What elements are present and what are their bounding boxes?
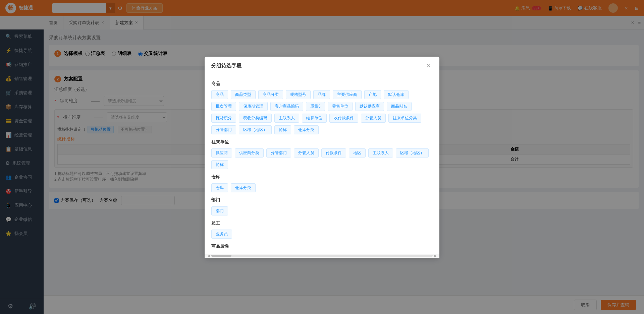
field-grid-3: 部门 xyxy=(211,206,433,215)
modal-header: 分组待选字段 ✕ xyxy=(205,57,439,74)
field-tag-0-25[interactable]: 仓库分类 xyxy=(294,125,319,134)
field-tag-0-6[interactable]: 产地 xyxy=(364,90,381,99)
modal-section-title-0: 商品 xyxy=(211,81,433,87)
modal-section-title-1: 往来单位 xyxy=(211,139,433,145)
field-tag-0-17[interactable]: 主联系人 xyxy=(274,114,299,123)
field-tag-0-0[interactable]: 商品 xyxy=(211,90,228,99)
field-tag-1-0[interactable]: 供应商 xyxy=(211,148,232,158)
field-tag-0-13[interactable]: 默认供应商 xyxy=(355,102,384,111)
hscroll-right-arrow[interactable]: ▶ xyxy=(433,254,438,258)
modal-title: 分组待选字段 xyxy=(211,63,241,69)
field-tag-0-20[interactable]: 分管人员 xyxy=(361,114,386,123)
modal-section-title-5: 商品属性 xyxy=(211,243,433,249)
modal-section-title-4: 员工 xyxy=(211,220,433,226)
field-tag-0-11[interactable]: 重量3 xyxy=(306,102,325,111)
field-tag-0-14[interactable]: 商品别名 xyxy=(387,102,412,111)
field-tag-0-8[interactable]: 批次管理 xyxy=(211,102,236,111)
field-tag-0-5[interactable]: 主要供应商 xyxy=(333,90,362,99)
field-tag-1-1[interactable]: 供应商分类 xyxy=(235,148,264,158)
field-tag-0-18[interactable]: 结算单位 xyxy=(302,114,327,123)
modal-body: 商品商品商品类型商品分类规格型号品牌主要供应商产地默认仓库批次管理保质期管理客户… xyxy=(205,74,439,252)
field-tag-0-16[interactable]: 税收分类编码 xyxy=(239,114,272,123)
field-grid-4: 业务员 xyxy=(211,230,433,239)
field-tag-0-3[interactable]: 规格型号 xyxy=(286,90,311,99)
field-tag-0-23[interactable]: 区域（地区） xyxy=(239,125,272,134)
field-tag-0-10[interactable]: 客户商品编码 xyxy=(270,102,303,111)
field-tag-1-7[interactable]: 区域（地区） xyxy=(396,148,429,158)
field-tag-0-12[interactable]: 零售单位 xyxy=(328,102,353,111)
modal-close-button[interactable]: ✕ xyxy=(424,62,433,70)
field-grid-2: 仓库仓库分类 xyxy=(211,183,433,192)
field-tag-1-3[interactable]: 分管人员 xyxy=(294,148,319,158)
field-grid-0: 商品商品类型商品分类规格型号品牌主要供应商产地默认仓库批次管理保质期管理客户商品… xyxy=(211,90,433,134)
field-tag-1-4[interactable]: 付款条件 xyxy=(321,148,346,158)
field-tag-1-2[interactable]: 分管部门 xyxy=(266,148,291,158)
field-tag-0-19[interactable]: 收付款条件 xyxy=(329,114,358,123)
hscroll-track xyxy=(211,255,433,257)
field-tag-0-22[interactable]: 分管部门 xyxy=(211,125,236,134)
hscroll-thumb xyxy=(211,255,231,257)
field-tag-0-7[interactable]: 默认仓库 xyxy=(384,90,409,99)
field-grid-1: 供应商供应商分类分管部门分管人员付款条件地区主联系人区域（地区）简称 xyxy=(211,148,433,169)
field-tag-0-9[interactable]: 保质期管理 xyxy=(239,102,268,111)
modal: 分组待选字段 ✕ 商品商品商品类型商品分类规格型号品牌主要供应商产地默认仓库批次… xyxy=(205,57,439,258)
modal-hscrollbar: ◀ ▶ xyxy=(205,254,439,258)
field-tag-0-21[interactable]: 往来单位分类 xyxy=(388,114,421,123)
modal-section-title-2: 仓库 xyxy=(211,174,433,180)
field-tag-1-8[interactable]: 简称 xyxy=(211,160,228,169)
field-tag-1-6[interactable]: 主联系人 xyxy=(368,148,393,158)
field-tag-0-1[interactable]: 商品类型 xyxy=(231,90,256,99)
modal-section-title-3: 部门 xyxy=(211,197,433,203)
field-tag-4-0[interactable]: 业务员 xyxy=(211,230,232,239)
field-tag-0-2[interactable]: 商品分类 xyxy=(258,90,283,99)
field-tag-0-4[interactable]: 品牌 xyxy=(313,90,330,99)
field-tag-0-15[interactable]: 拣货积分 xyxy=(211,114,236,123)
modal-overlay[interactable]: 分组待选字段 ✕ 商品商品商品类型商品分类规格型号品牌主要供应商产地默认仓库批次… xyxy=(0,0,644,314)
field-tag-3-0[interactable]: 部门 xyxy=(211,206,228,215)
hscroll-left-arrow[interactable]: ◀ xyxy=(206,254,211,258)
field-tag-0-24[interactable]: 简称 xyxy=(274,125,291,134)
field-tag-2-1[interactable]: 仓库分类 xyxy=(231,183,256,192)
field-tag-1-5[interactable]: 地区 xyxy=(349,148,366,158)
field-tag-2-0[interactable]: 仓库 xyxy=(211,183,228,192)
